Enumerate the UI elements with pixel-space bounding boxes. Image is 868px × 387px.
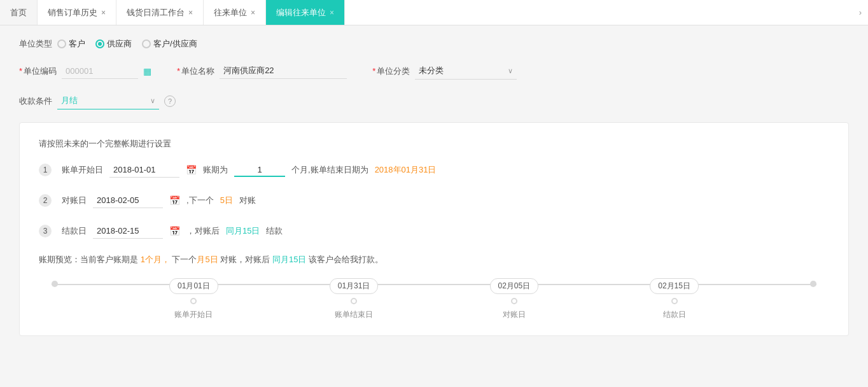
unit-name-label: *单位名称 (177, 66, 214, 77)
unit-category-item: *单位分类 未分类 ∨ (372, 62, 517, 80)
step-2-calendar-icon[interactable]: 📅 (169, 195, 180, 206)
timeline-dot-2 (351, 298, 357, 304)
timeline-badge-2: 01月31日 (330, 278, 379, 294)
preview-part2-suffix: 对账，对账后 (220, 255, 270, 264)
timeline-end-dot (810, 281, 816, 287)
unit-code-input[interactable] (62, 64, 138, 79)
tab-cash-desk-close[interactable]: × (188, 8, 193, 17)
step-3-suffix-mid: 结款 (266, 225, 283, 237)
timeline-container: 01月01日 账单开始日 01月31日 账单结束日 02月05日 对账日 (39, 278, 829, 320)
unit-type-row: 单位类型 客户 供应商 客户/供应商 (19, 38, 849, 50)
unit-fields-row: *单位编码 ▦ *单位名称 *单位分类 未分类 ∨ (19, 62, 849, 80)
step-3-suffix-pre: ，对账后 (186, 225, 220, 237)
timeline-end-circle (810, 281, 816, 287)
tab-edit-partner-close[interactable]: × (330, 8, 334, 17)
tab-sales-history[interactable]: 销售订单历史 × (38, 0, 116, 25)
unit-name-input[interactable] (220, 64, 347, 79)
timeline-point-1: 01月01日 账单开始日 (169, 278, 218, 320)
step-3-highlight: 同月15日 (226, 225, 260, 237)
step-1-date-input[interactable] (109, 162, 179, 178)
unit-category-value: 未分类 (419, 65, 504, 76)
unit-category-required: * (372, 66, 375, 76)
unit-category-label: *单位分类 (372, 66, 410, 77)
step-2-content: 对账日 📅 ,下一个5日 对账 (62, 193, 256, 208)
preview-label: 账期预览：当前客户账期是 (39, 255, 138, 264)
timeline-start-dot (52, 281, 58, 287)
tab-partner-unit-label: 往来单位 (214, 7, 247, 18)
unit-type-radio-group: 客户 供应商 客户/供应商 (57, 38, 197, 50)
timeline-label-3: 对账日 (503, 309, 526, 320)
tab-home-label: 首页 (10, 7, 27, 18)
timeline-label-2: 账单结束日 (335, 309, 373, 320)
payment-terms-label: 收款条件 (19, 95, 52, 107)
radio-both[interactable]: 客户/供应商 (142, 38, 197, 50)
unit-code-label: *单位编码 (19, 66, 57, 77)
tab-more-button[interactable]: › (853, 0, 868, 25)
step-3-date-input[interactable] (93, 223, 163, 239)
timeline-point-4: 02月15日 结款日 (650, 278, 699, 320)
preview-part2-pre: 下一个 (172, 255, 197, 264)
tab-bar: 首页 销售订单历史 × 钱货日清工作台 × 往来单位 × 编辑往来单位 × › (0, 0, 868, 25)
radio-supplier-circle (95, 39, 104, 48)
step-1-calendar-icon[interactable]: 📅 (186, 165, 197, 175)
timeline-badge-4: 02月15日 (650, 278, 699, 294)
tab-edit-partner[interactable]: 编辑往来单位 × (266, 0, 345, 25)
tab-edit-partner-label: 编辑往来单位 (276, 7, 326, 18)
tab-cash-desk[interactable]: 钱货日清工作台 × (116, 0, 204, 25)
timeline-points: 01月01日 账单开始日 01月31日 账单结束日 02月05日 对账日 (52, 278, 816, 320)
timeline-dot-3 (511, 298, 517, 304)
help-icon[interactable]: ? (164, 95, 176, 107)
tab-partner-unit[interactable]: 往来单位 × (204, 0, 266, 25)
info-card: 请按照未来的一个完整帐期进行设置 1 账单开始日 📅 账期为 个月,账单结束日期… (19, 122, 849, 336)
step-2-date-input[interactable] (93, 193, 163, 208)
main-content: 单位类型 客户 供应商 客户/供应商 (0, 25, 868, 387)
preview-part1: 1个月， (141, 255, 170, 264)
unit-type-label: 单位类型 (19, 38, 52, 50)
step-2-suffix-mid: 对账 (239, 195, 256, 206)
step-3-label: 结款日 (62, 225, 87, 237)
payment-terms-select[interactable]: 月结 ∨ (57, 92, 159, 109)
radio-both-label: 客户/供应商 (153, 38, 197, 50)
tab-home[interactable]: 首页 (0, 0, 38, 25)
step-1-period-input[interactable] (234, 164, 285, 177)
radio-both-circle (142, 39, 151, 48)
step-2-row: 2 对账日 📅 ,下一个5日 对账 (39, 193, 829, 208)
payment-terms-value: 月结 (61, 95, 146, 106)
step-3-calendar-icon[interactable]: 📅 (169, 226, 180, 236)
timeline-label-1: 账单开始日 (174, 309, 213, 320)
tab-partner-unit-close[interactable]: × (251, 8, 255, 17)
radio-supplier[interactable]: 供应商 (95, 38, 132, 50)
payment-terms-row: 收款条件 月结 ∨ ? (19, 92, 849, 109)
radio-supplier-label: 供应商 (107, 38, 132, 50)
unit-code-item: *单位编码 ▦ (19, 64, 151, 79)
payment-terms-dropdown-icon: ∨ (150, 97, 155, 105)
tab-sales-history-close[interactable]: × (101, 8, 106, 17)
unit-category-select[interactable]: 未分类 ∨ (415, 62, 517, 80)
step-2-label: 对账日 (62, 195, 87, 206)
step-1-label: 账单开始日 (62, 164, 103, 176)
step-2-num: 2 (39, 194, 52, 207)
category-dropdown-icon: ∨ (508, 67, 513, 75)
step-2-suffix-pre: ,下一个 (186, 195, 214, 206)
step-1-content: 账单开始日 📅 账期为 个月,账单结束日期为 2018年01月31日 (62, 162, 436, 178)
radio-customer[interactable]: 客户 (57, 38, 85, 50)
timeline-badge-1: 01月01日 (169, 278, 218, 294)
step-1-mid-label: 账期为 (203, 164, 228, 176)
card-instruction: 请按照未来的一个完整帐期进行设置 (39, 138, 829, 150)
radio-supplier-dot (98, 42, 102, 46)
step-1-num: 1 (39, 164, 52, 176)
unit-code-required: * (19, 66, 22, 76)
unit-name-item: *单位名称 (177, 64, 347, 79)
radio-customer-label: 客户 (69, 38, 85, 50)
preview-part2-highlight: 月5日 (197, 255, 218, 264)
timeline-point-2: 01月31日 账单结束日 (330, 278, 379, 320)
preview-section: 账期预览：当前客户账期是 1个月， 下一个月5日 对账，对账后 同月15日 该客… (39, 254, 829, 265)
step-3-row: 3 结款日 📅 ，对账后同月15日 结款 (39, 223, 829, 239)
step-1-end-date: 2018年01月31日 (375, 164, 437, 176)
timeline-dot-4 (671, 298, 678, 304)
tab-cash-desk-label: 钱货日清工作台 (127, 7, 185, 18)
chevron-right-icon: › (859, 8, 862, 17)
timeline-dot-1 (190, 298, 197, 304)
step-3-content: 结款日 📅 ，对账后同月15日 结款 (62, 223, 283, 239)
unit-code-copy-icon[interactable]: ▦ (143, 66, 151, 76)
